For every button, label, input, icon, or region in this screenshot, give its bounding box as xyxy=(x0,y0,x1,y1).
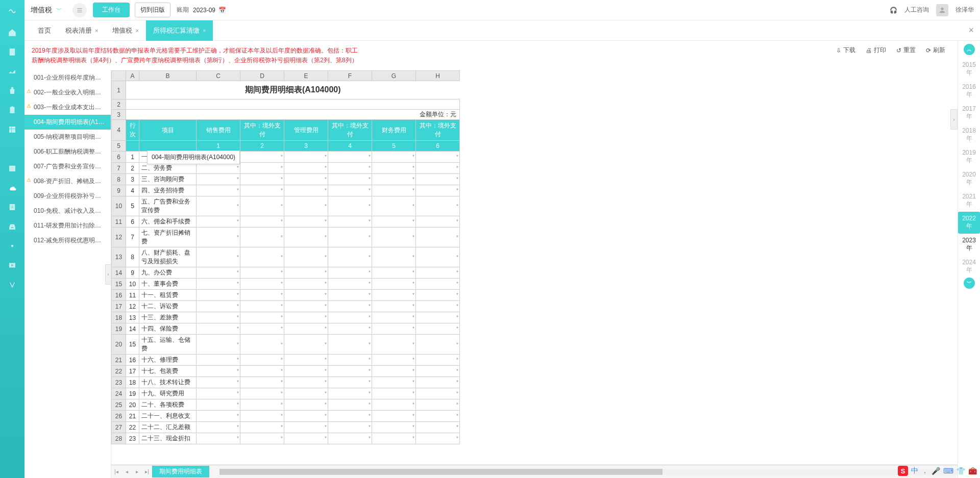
data-cell[interactable]: * xyxy=(372,301,416,312)
data-cell[interactable]: * xyxy=(284,301,328,312)
tab-税表清册[interactable]: 税表清册× xyxy=(58,20,105,41)
row-header[interactable]: 19 xyxy=(112,323,126,335)
row-header[interactable]: 8 xyxy=(112,174,126,185)
data-cell[interactable]: * xyxy=(240,152,284,163)
row-header[interactable]: 9 xyxy=(112,185,126,196)
data-cell[interactable]: * xyxy=(284,290,328,301)
close-icon[interactable]: × xyxy=(95,28,98,34)
year-item[interactable]: 2022年 xyxy=(958,212,980,234)
data-cell[interactable]: * xyxy=(416,388,460,399)
row-header[interactable]: 18 xyxy=(112,312,126,323)
data-cell[interactable]: * xyxy=(416,301,460,312)
data-cell[interactable]: * xyxy=(197,185,240,196)
data-cell[interactable]: * xyxy=(240,301,284,312)
sheet-last-icon[interactable]: ▸| xyxy=(142,469,152,474)
data-cell[interactable]: * xyxy=(197,163,240,174)
avatar[interactable] xyxy=(936,4,948,16)
close-icon[interactable]: × xyxy=(203,28,206,34)
nav-cloud-icon[interactable] xyxy=(7,183,17,193)
app-logo[interactable] xyxy=(5,4,19,18)
reset-button[interactable]: ↺重置 xyxy=(896,46,916,55)
sheet-item[interactable]: 012-减免所得税优惠明细表(... xyxy=(24,233,111,248)
sheet-tab[interactable]: 期间费用明细表 xyxy=(152,466,209,477)
data-cell[interactable]: * xyxy=(328,411,372,422)
data-cell[interactable]: * xyxy=(416,185,460,196)
data-cell[interactable]: * xyxy=(197,196,240,216)
data-cell[interactable]: * xyxy=(328,433,372,444)
data-cell[interactable]: * xyxy=(328,301,372,312)
data-cell[interactable]: * xyxy=(372,247,416,267)
data-cell[interactable]: * xyxy=(416,174,460,185)
print-button[interactable]: 🖨打印 xyxy=(866,46,886,55)
workspace-button[interactable]: 工作台 xyxy=(93,3,130,17)
row-header[interactable]: 10 xyxy=(112,196,126,216)
year-down-icon[interactable]: ︾ xyxy=(964,278,975,289)
data-cell[interactable]: * xyxy=(240,196,284,216)
data-cell[interactable]: * xyxy=(284,323,328,335)
nav-video-icon[interactable] xyxy=(7,260,17,270)
data-cell[interactable]: * xyxy=(197,267,240,279)
year-item[interactable]: 2015年 xyxy=(958,58,980,80)
data-cell[interactable]: * xyxy=(284,399,328,411)
chevron-down-icon[interactable]: ﹀ xyxy=(56,6,62,14)
data-cell[interactable]: * xyxy=(284,247,328,267)
sheet-item[interactable]: ⚠008-资产折旧、摊销及纳税... xyxy=(24,174,111,189)
data-cell[interactable]: * xyxy=(372,335,416,355)
data-cell[interactable]: * xyxy=(240,388,284,399)
col-header[interactable]: A xyxy=(126,71,139,81)
row-header[interactable]: 2 xyxy=(112,99,126,110)
data-cell[interactable]: * xyxy=(240,312,284,323)
data-cell[interactable]: * xyxy=(240,267,284,279)
row-header[interactable]: 1 xyxy=(112,81,126,99)
data-cell[interactable]: * xyxy=(240,411,284,422)
data-cell[interactable]: * xyxy=(240,335,284,355)
data-cell[interactable]: * xyxy=(372,433,416,444)
data-cell[interactable]: * xyxy=(416,216,460,228)
data-cell[interactable]: * xyxy=(328,247,372,267)
row-header[interactable]: 27 xyxy=(112,422,126,433)
data-cell[interactable]: * xyxy=(372,267,416,279)
data-cell[interactable]: * xyxy=(197,174,240,185)
data-cell[interactable]: * xyxy=(197,388,240,399)
data-cell[interactable]: * xyxy=(240,163,284,174)
year-item[interactable]: 2017年 xyxy=(958,102,980,124)
data-cell[interactable]: * xyxy=(416,433,460,444)
data-cell[interactable]: * xyxy=(372,323,416,335)
support-link[interactable]: 人工咨询 xyxy=(904,6,929,14)
col-header[interactable]: F xyxy=(328,71,372,81)
row-header[interactable]: 22 xyxy=(112,366,126,377)
ime-keyboard-icon[interactable]: ⌨ xyxy=(943,467,953,475)
data-cell[interactable]: * xyxy=(197,366,240,377)
data-cell[interactable]: * xyxy=(372,422,416,433)
sheet-item[interactable]: 011-研发费用加计扣除优惠... xyxy=(24,218,111,233)
row-header[interactable]: 7 xyxy=(112,163,126,174)
sheet-first-icon[interactable]: |◂ xyxy=(111,469,121,474)
data-cell[interactable]: * xyxy=(197,422,240,433)
data-cell[interactable]: * xyxy=(372,366,416,377)
ime-lang[interactable]: 中 xyxy=(911,466,918,475)
row-header[interactable]: 23 xyxy=(112,377,126,388)
data-cell[interactable]: * xyxy=(240,216,284,228)
data-cell[interactable]: * xyxy=(328,335,372,355)
data-cell[interactable]: * xyxy=(328,377,372,388)
data-cell[interactable]: * xyxy=(416,366,460,377)
data-cell[interactable]: * xyxy=(372,152,416,163)
data-cell[interactable]: * xyxy=(416,422,460,433)
data-cell[interactable]: * xyxy=(284,174,328,185)
data-cell[interactable]: * xyxy=(328,323,372,335)
data-cell[interactable]: * xyxy=(197,312,240,323)
data-cell[interactable]: * xyxy=(328,355,372,366)
data-cell[interactable]: * xyxy=(284,377,328,388)
collapse-handle[interactable]: ‹ xyxy=(105,264,111,285)
row-header[interactable]: 17 xyxy=(112,301,126,312)
data-cell[interactable]: * xyxy=(416,290,460,301)
data-cell[interactable]: * xyxy=(328,174,372,185)
data-cell[interactable]: * xyxy=(284,152,328,163)
data-cell[interactable]: * xyxy=(197,216,240,228)
row-header[interactable]: 13 xyxy=(112,247,126,267)
sheet-item[interactable]: 009-企业所得税弥补亏损明... xyxy=(24,189,111,204)
data-cell[interactable]: * xyxy=(240,174,284,185)
data-cell[interactable]: * xyxy=(416,196,460,216)
data-cell[interactable]: * xyxy=(197,279,240,290)
data-cell[interactable]: * xyxy=(240,247,284,267)
